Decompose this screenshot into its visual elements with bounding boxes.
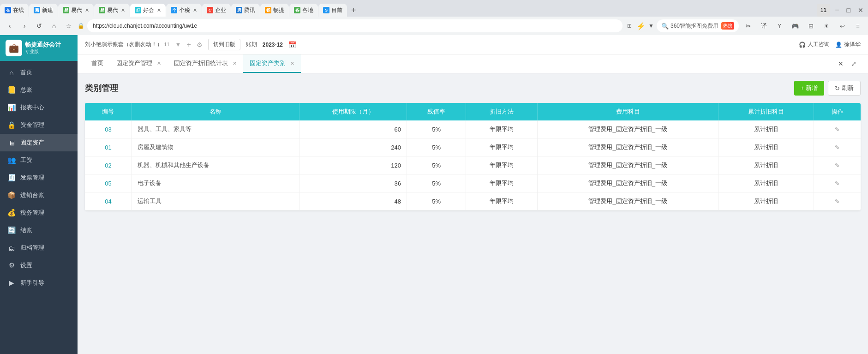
row1-action[interactable]: ✎	[814, 138, 861, 156]
minimize-button[interactable]: −	[830, 4, 844, 17]
tab-fixed-asset-dep-close[interactable]: ✕	[233, 60, 237, 66]
dropdown-arrow[interactable]: ▼	[648, 23, 654, 29]
row4-edit-icon[interactable]: ✎	[835, 198, 840, 205]
browser-tab-geshui[interactable]: 个 个税 ✕	[166, 4, 202, 17]
translate-btn[interactable]: 译	[757, 19, 770, 32]
undo-btn[interactable]: ↩	[836, 19, 849, 32]
close-window-button[interactable]: ✕	[853, 4, 868, 17]
row4-residual: 5%	[407, 192, 466, 210]
menu-btn[interactable]: ≡	[851, 19, 864, 32]
switch-version-btn[interactable]: 切到旧版	[208, 39, 240, 50]
browser-tab-tencent[interactable]: 腾 腾讯	[231, 4, 260, 17]
browser-tab-online[interactable]: 在 在线	[0, 4, 29, 17]
dropdown-btn[interactable]: ▼	[175, 41, 181, 48]
browser-tab-haokuai[interactable]: 好 好会 ✕	[130, 4, 166, 17]
tab-favicon-geshui: 个	[171, 7, 177, 13]
settings-nav-label: 设置	[20, 261, 32, 270]
tab-fixed-asset-mgmt-close[interactable]: ✕	[157, 60, 161, 66]
row0-edit-icon[interactable]: ✎	[835, 126, 840, 133]
tab-close-yidai2[interactable]: ✕	[121, 7, 125, 13]
address-input[interactable]	[87, 19, 623, 32]
sidebar-item-settings[interactable]: ⚙ 设置	[0, 257, 78, 274]
col-accumulated: 累计折旧科目	[718, 103, 814, 120]
calendar-icon[interactable]: 📅	[288, 41, 296, 48]
reload-button[interactable]: ↺	[33, 20, 45, 32]
guide-nav-label: 新手引导	[20, 279, 44, 287]
logo-icon: 💼	[6, 40, 22, 56]
browser-tab-gedi[interactable]: 各 各地	[289, 4, 318, 17]
tab-fixed-asset-dep[interactable]: 固定资产折旧统计表 ✕	[168, 54, 243, 73]
new-tab-button[interactable]: +	[347, 4, 360, 17]
sidebar-item-ledger[interactable]: 📒 总账	[0, 81, 78, 99]
browser-tab-qiye[interactable]: C 企业	[202, 4, 231, 17]
row3-edit-icon[interactable]: ✎	[835, 180, 840, 187]
refresh-btn[interactable]: ↻ 刷新	[828, 81, 861, 96]
tab-close-haokuai[interactable]: ✕	[157, 7, 161, 13]
tab-close-geshui[interactable]: ✕	[193, 7, 197, 13]
sidebar-item-tax[interactable]: 💰 税务管理	[0, 204, 78, 222]
content-maximize-btn[interactable]: ⤢	[849, 59, 859, 69]
browser-tab-muqian[interactable]: S 目前	[318, 4, 347, 17]
refresh-label: 刷新	[842, 84, 854, 92]
row0-period: 60	[299, 120, 407, 138]
service-btn[interactable]: 🎧 人工咨询	[799, 41, 830, 48]
tab-fixed-asset-mgmt[interactable]: 固定资产管理 ✕	[110, 54, 168, 73]
back-button[interactable]: ‹	[4, 20, 16, 32]
row4-code[interactable]: 04	[85, 192, 132, 210]
sidebar-item-reports[interactable]: 📊 报表中心	[0, 99, 78, 116]
invoice-nav-label: 发票管理	[20, 174, 44, 182]
sidebar-item-settlement[interactable]: 🔄 结账	[0, 222, 78, 239]
row3-action[interactable]: ✎	[814, 174, 861, 192]
row0-expense: 管理费用_固定资产折旧_一级	[537, 120, 718, 138]
maximize-button[interactable]: □	[844, 4, 853, 17]
sidebar-item-inventory[interactable]: 📦 进销台账	[0, 186, 78, 204]
tab-count-badge[interactable]: 11	[817, 4, 830, 17]
sidebar-item-fund[interactable]: 🔒 资金管理	[0, 116, 78, 134]
currency-btn[interactable]: ¥	[773, 19, 786, 32]
bookmark-button[interactable]: ☆	[63, 20, 75, 32]
row4-action[interactable]: ✎	[814, 192, 861, 210]
row2-action[interactable]: ✎	[814, 156, 861, 174]
sidebar-logo: 💼 畅捷通好会计 专业版	[0, 35, 78, 61]
row4-method: 年限平均	[466, 192, 538, 210]
table-row: 05 电子设备 36 5% 年限平均 管理费用_固定资产折旧_一级 累计折旧 ✎	[85, 174, 861, 192]
row1-code[interactable]: 01	[85, 138, 132, 156]
browser-tab-yidai1[interactable]: 易 易代 ✕	[58, 4, 94, 17]
content-close-btn[interactable]: ✕	[836, 59, 846, 69]
tab-favicon-qiye: C	[207, 7, 213, 13]
sidebar-item-invoice[interactable]: 🧾 发票管理	[0, 169, 78, 186]
table-row: 01 房屋及建筑物 240 5% 年限平均 管理费用_固定资产折旧_一级 累计折…	[85, 138, 861, 156]
home-button[interactable]: ⌂	[48, 20, 60, 32]
browser-tab-changtui[interactable]: 畅 畅提	[260, 4, 289, 17]
scissors-btn[interactable]: ✂	[742, 19, 754, 32]
row2-code[interactable]: 02	[85, 156, 132, 174]
user-avatar-btn[interactable]: 👤 徐泽华	[835, 41, 861, 48]
sidebar-item-fixed-asset[interactable]: 🖥 固定资产	[0, 134, 78, 151]
browser-tab-new[interactable]: 新 新建	[29, 4, 58, 17]
page-title: 类别管理	[85, 83, 118, 94]
tab-fixed-asset-cat[interactable]: 固定资产类别 ✕	[243, 54, 301, 73]
sidebar-item-archive[interactable]: 🗂 归档管理	[0, 239, 78, 257]
tab-close-yidai1[interactable]: ✕	[85, 7, 89, 13]
browser-tab-yidai2[interactable]: 易 易代 ✕	[94, 4, 130, 17]
game-btn[interactable]: 🎮	[789, 19, 802, 32]
grid-btn[interactable]: ⊞	[804, 19, 817, 32]
row1-edit-icon[interactable]: ✎	[835, 144, 840, 151]
sidebar-item-guide[interactable]: ▶ 新手引导	[0, 274, 78, 292]
sidebar-item-home[interactable]: ⌂ 首页	[0, 64, 78, 81]
brightness-btn[interactable]: ☀	[820, 19, 833, 32]
row2-edit-icon[interactable]: ✎	[835, 162, 840, 169]
row3-code[interactable]: 05	[85, 174, 132, 192]
plus-btn[interactable]: +	[186, 41, 191, 49]
settings-btn[interactable]: ⚙	[197, 41, 203, 48]
tab-fixed-asset-cat-close[interactable]: ✕	[290, 60, 294, 66]
search-bar[interactable]: 🔍 360智能抠图免费用 热搜	[657, 19, 739, 32]
tab-home[interactable]: 首页	[85, 54, 110, 73]
add-btn[interactable]: + 新增	[794, 81, 824, 96]
row0-action[interactable]: ✎	[814, 120, 861, 138]
tab-fixed-asset-cat-label: 固定资产类别	[250, 59, 286, 67]
sidebar-item-payroll[interactable]: 👥 工资	[0, 151, 78, 169]
forward-button[interactable]: ›	[18, 20, 30, 32]
tab-favicon-new: 新	[34, 7, 40, 13]
row0-code[interactable]: 03	[85, 120, 132, 138]
